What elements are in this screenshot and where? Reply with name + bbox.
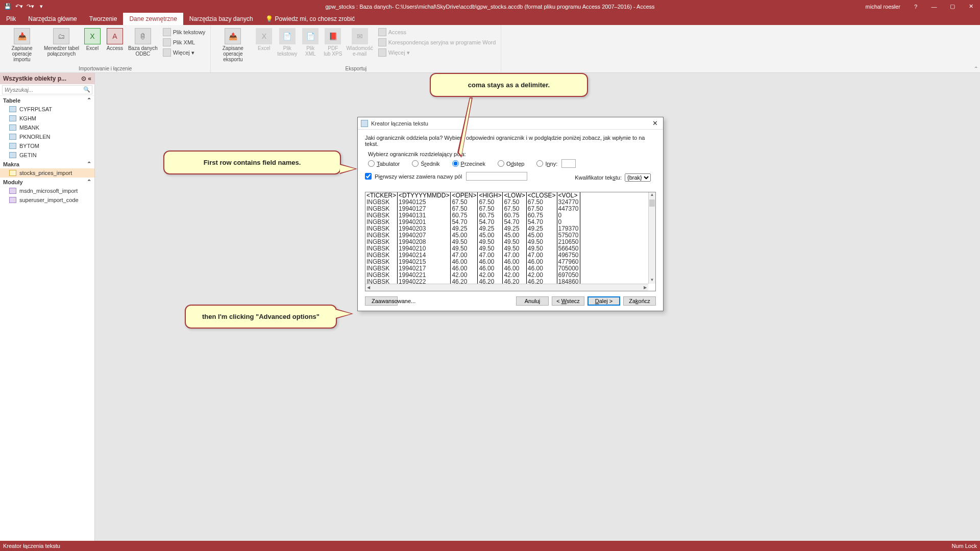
ribbon-group-import: 📥Zapisane operacje importu 🗂Menedżer tab… (0, 25, 211, 72)
dialog-titlebar[interactable]: Kreator łączenia tekstu ✕ (358, 117, 663, 130)
advanced-button[interactable]: Zaawansowane... (365, 296, 398, 306)
workspace: Wszystkie obiekty p...⊙ « 🔍 Tabele⌃ CYFR… (0, 73, 980, 541)
text-file-icon (163, 28, 171, 36)
nav-table-item[interactable]: KGHM (0, 114, 94, 123)
undo-icon[interactable]: ↶▾ (14, 2, 23, 11)
import-text-button[interactable]: Plik tekstowy (161, 27, 208, 37)
scroll-up-icon[interactable]: ▲ (649, 192, 655, 198)
save-icon[interactable]: 💾 (3, 2, 12, 11)
radio-comma[interactable]: Przecinek (452, 160, 485, 167)
nav-table-item[interactable]: BYTOM (0, 141, 94, 151)
close-icon[interactable]: ✕ (962, 0, 980, 13)
vscroll-thumb[interactable] (649, 199, 655, 207)
export-word-button[interactable]: Korespondencja seryjna w programie Word (376, 37, 498, 47)
text-qualifier-select[interactable]: {brak} (625, 173, 651, 182)
preview-vscroll[interactable]: ▲ ▼ (648, 192, 655, 284)
finish-button[interactable]: Zakończ (623, 296, 656, 306)
preview-cell: 46.20 (451, 279, 478, 284)
first-row-checkbox[interactable] (365, 173, 372, 180)
other-delim-input[interactable] (561, 159, 576, 168)
preview-cell: 46.20 (478, 279, 503, 284)
nav-header-label: Wszystkie obiekty p... (3, 75, 66, 82)
next-button[interactable]: Dalej > (587, 296, 620, 306)
search-icon[interactable]: 🔍 (83, 86, 90, 93)
nav-header[interactable]: Wszystkie obiekty p...⊙ « (0, 73, 94, 84)
nav-section-modules[interactable]: Moduły⌃ (0, 178, 94, 186)
help-icon[interactable]: ? (906, 0, 925, 13)
radio-space[interactable]: Odstęp (498, 160, 524, 167)
saved-exports-button[interactable]: 📤Zapisane operacje eksportu (213, 26, 253, 65)
nav-collapse-icon[interactable]: ⊙ « (81, 75, 91, 82)
scroll-right-icon[interactable]: ▶ (642, 284, 648, 291)
window-title: gpw_stocks : Baza danych- C:\Users\micha… (326, 4, 655, 10)
import-access-button[interactable]: AAccess (104, 26, 126, 65)
tab-tworzenie[interactable]: Tworzenie (83, 13, 124, 25)
redo-icon[interactable]: ↷▾ (26, 2, 35, 11)
linked-table-manager-button[interactable]: 🗂Menedżer tabel połączonych (42, 26, 81, 65)
tell-me-search[interactable]: 💡Powiedz mi, co chcesz zrobić (259, 13, 361, 25)
cancel-button[interactable]: Anuluj (516, 296, 549, 306)
collapse-ribbon-icon[interactable]: ⌃ (974, 66, 978, 71)
nav-module-item[interactable]: superuser_import_code (0, 195, 94, 205)
radio-semicolon[interactable]: Średnik (412, 160, 439, 167)
callout-advanced: then I'm clicking "Advanced options" (185, 305, 337, 329)
tab-dane-zewnetrzne[interactable]: Dane zewnętrzne (123, 13, 183, 25)
export-xml-button[interactable]: 📄Plik XML (299, 26, 322, 65)
callout-comma-tail (454, 97, 475, 159)
nav-table-item[interactable]: CYFRPLSAT (0, 105, 94, 114)
tab-narzedzia-glowne[interactable]: Narzędzia główne (22, 13, 83, 25)
import-excel-button[interactable]: XExcel (81, 26, 104, 65)
pdf-icon: 📕 (325, 28, 341, 44)
nav-table-item[interactable]: GETIN (0, 151, 94, 160)
quick-access: 💾 ↶▾ ↷▾ ▾ (0, 2, 49, 11)
export-access-button[interactable]: Access (376, 27, 498, 37)
more-icon (163, 48, 171, 57)
ribbon-tabs: Plik Narzędzia główne Tworzenie Dane zew… (0, 13, 980, 25)
nav-section-tables[interactable]: Tabele⌃ (0, 96, 94, 105)
tell-me-label: Powiedz mi, co chcesz zrobić (275, 15, 355, 22)
back-button[interactable]: < Wstecz (552, 296, 584, 306)
table-icon (9, 134, 16, 140)
nav-search: 🔍 (0, 84, 94, 96)
nav-search-input[interactable] (2, 85, 92, 94)
preview-hscroll[interactable]: ◀ ▶ (365, 284, 648, 291)
saved-imports-button[interactable]: 📥Zapisane operacje importu (2, 26, 42, 65)
export-pdf-button[interactable]: 📕PDF lub XPS (322, 26, 344, 65)
odbc-button[interactable]: 🛢Baza danych ODBC (126, 26, 160, 65)
radio-other[interactable]: Inny: (536, 159, 576, 168)
nav-table-item[interactable]: PKNORLEN (0, 132, 94, 141)
first-row-ext-input[interactable] (466, 172, 527, 181)
radio-tab[interactable]: Tabulator (368, 160, 400, 167)
callout-comma-text: coma stays as a delimiter. (468, 81, 550, 89)
dialog-close-icon[interactable]: ✕ (650, 119, 660, 127)
nav-table-item[interactable]: MBANK (0, 123, 94, 132)
export-more-button[interactable]: Więcej ▾ (376, 47, 498, 58)
tab-plik[interactable]: Plik (0, 13, 22, 25)
scroll-down-icon[interactable]: ▼ (649, 278, 655, 284)
import-xml-button[interactable]: Plik XML (161, 37, 208, 47)
minimize-icon[interactable]: — (925, 0, 943, 13)
text-export-icon: 📄 (279, 28, 296, 44)
export-email-button[interactable]: ✉Wiadomość e-mail (344, 26, 375, 65)
qa-customize-icon[interactable]: ▾ (37, 2, 46, 11)
text-qualifier-label: Kwalifikator tekstu: (575, 174, 622, 181)
ribbon: 📥Zapisane operacje importu 🗂Menedżer tab… (0, 25, 980, 73)
nav-macro-item[interactable]: stocks_prices_import (0, 168, 94, 178)
title-bar: 💾 ↶▾ ↷▾ ▾ gpw_stocks : Baza danych- C:\U… (0, 0, 980, 13)
nav-module-item[interactable]: msdn_microsoft_import (0, 186, 94, 195)
dialog-instruction: Jaki ogranicznik oddziela pola? Wybierz … (365, 135, 656, 147)
ribbon-group-import-label: Importowanie i łączenie (2, 65, 208, 72)
tab-narzedzia-bazy[interactable]: Narzędzia bazy danych (183, 13, 259, 25)
module-icon (9, 197, 16, 203)
user-name[interactable]: michal roesler (860, 4, 906, 10)
maximize-icon[interactable]: ▢ (943, 0, 962, 13)
import-more-button[interactable]: Więcej ▾ (161, 47, 208, 58)
export-excel-button[interactable]: XExcel (253, 26, 275, 65)
preview-grid: <TICKER><DTYYYYMMDD><OPEN><HIGH><LOW><CL… (365, 192, 656, 291)
nav-section-macros[interactable]: Makra⌃ (0, 160, 94, 168)
table-icon (9, 106, 16, 112)
table-icon (9, 124, 16, 131)
macro-icon (9, 170, 16, 176)
export-text-button[interactable]: 📄Plik tekstowy (275, 26, 299, 65)
scroll-left-icon[interactable]: ◀ (365, 284, 372, 291)
